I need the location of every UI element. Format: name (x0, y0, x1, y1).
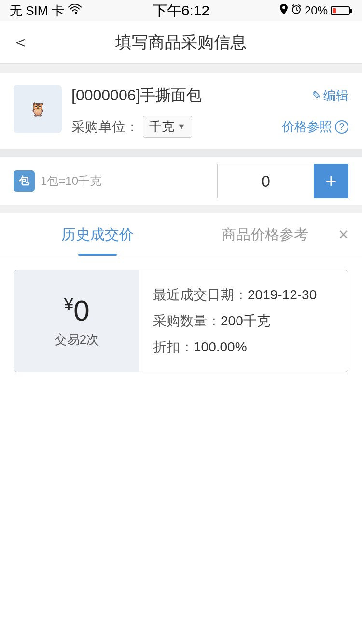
tab-history-price[interactable]: 历史成交价 (14, 213, 181, 256)
unit-dropdown-arrow: ▼ (177, 122, 186, 132)
tab-active-indicator (78, 254, 117, 256)
purchase-qty-label: 采购数量： (153, 313, 221, 328)
card-left: ¥0 交易2次 (14, 270, 139, 372)
discount-label: 折扣： (153, 339, 194, 354)
qty-unit-name: 包 (19, 174, 29, 188)
edit-icon: ✎ (312, 89, 321, 102)
card-price: ¥0 (64, 294, 89, 327)
quantity-section: 包 1包=10千克 + (0, 157, 362, 205)
location-icon (279, 4, 288, 17)
unit-value: 千克 (149, 118, 174, 135)
deal-card: ¥0 交易2次 最近成交日期：2019-12-30 采购数量：200千克 折扣：… (14, 270, 348, 372)
alarm-icon (291, 4, 302, 17)
price-ref-label: 价格参照 (282, 118, 332, 135)
product-name-row: [0000006]手撕面包 ✎ 编辑 (71, 85, 348, 106)
price-value: 0 (73, 294, 89, 327)
battery-icon (331, 6, 352, 15)
bottom-space (0, 386, 362, 644)
price-symbol: ¥ (64, 294, 73, 314)
edit-label: 编辑 (323, 87, 348, 104)
edit-button[interactable]: ✎ 编辑 (312, 87, 348, 104)
price-ref-button[interactable]: 价格参照 ? (282, 118, 348, 135)
tab1-label: 历史成交价 (61, 225, 134, 245)
unit-label: 采购单位： (71, 118, 139, 136)
qty-conversion-note: 1包=10千克 (41, 173, 101, 189)
wifi-icon (68, 3, 82, 18)
discount-row: 折扣：100.00% (153, 338, 334, 356)
tab-row: 历史成交价 商品价格参考 × (0, 213, 362, 256)
product-info: [0000006]手撕面包 ✎ 编辑 采购单位： 千克 ▼ 价格参照 ? (71, 85, 348, 138)
back-button[interactable]: ＜ (12, 30, 29, 54)
product-unit-row: 采购单位： 千克 ▼ 价格参照 ? (71, 116, 348, 138)
carrier-label: 无 SIM 卡 (10, 2, 64, 19)
product-row: 🦉 [0000006]手撕面包 ✎ 编辑 采购单位： 千克 ▼ (14, 85, 348, 138)
status-bar: 无 SIM 卡 下午6:12 20% (0, 0, 362, 21)
recent-date-row: 最近成交日期：2019-12-30 (153, 286, 334, 304)
section-divider (0, 149, 362, 157)
qty-input-wrapper: + (217, 164, 348, 198)
product-logo: 🦉 (14, 85, 62, 133)
purchase-qty-value: 200千克 (221, 313, 270, 328)
status-time: 下午6:12 (153, 1, 209, 21)
qty-unit-label: 包 1包=10千克 (14, 170, 217, 192)
status-left: 无 SIM 卡 (10, 2, 82, 19)
recent-date-value: 2019-12-30 (248, 287, 317, 302)
tab-price-reference[interactable]: 商品价格参考 (181, 213, 348, 256)
qty-unit-box: 包 (14, 170, 35, 192)
logo-text: 🦉 (29, 101, 46, 117)
purchase-qty-row: 采购数量：200千克 (153, 312, 334, 330)
nav-bar: ＜ 填写商品采购信息 (0, 21, 362, 64)
product-name: [0000006]手撕面包 (71, 85, 202, 106)
qty-plus-button[interactable]: + (314, 164, 348, 198)
help-icon: ? (335, 120, 348, 134)
panel-close-button[interactable]: × (338, 224, 348, 245)
tab2-label: 商品价格参考 (222, 225, 308, 245)
card-trade-count: 交易2次 (55, 331, 99, 348)
status-right: 20% (279, 4, 352, 17)
battery-percent: 20% (305, 4, 328, 17)
product-section: 🦉 [0000006]手撕面包 ✎ 编辑 采购单位： 千克 ▼ (0, 73, 362, 149)
recent-date-label: 最近成交日期： (153, 287, 248, 302)
card-right: 最近成交日期：2019-12-30 采购数量：200千克 折扣：100.00% (139, 270, 348, 372)
card-area: ¥0 交易2次 最近成交日期：2019-12-30 采购数量：200千克 折扣：… (0, 256, 362, 386)
discount-value: 100.00% (194, 339, 247, 354)
bottom-panel: 历史成交价 商品价格参考 × ¥0 交易2次 最近成交日期：2019-12-30… (0, 213, 362, 386)
qty-input[interactable] (217, 164, 314, 198)
unit-select[interactable]: 千克 ▼ (143, 116, 192, 138)
plus-icon: + (325, 171, 336, 191)
page-title: 填写商品采购信息 (115, 31, 247, 54)
